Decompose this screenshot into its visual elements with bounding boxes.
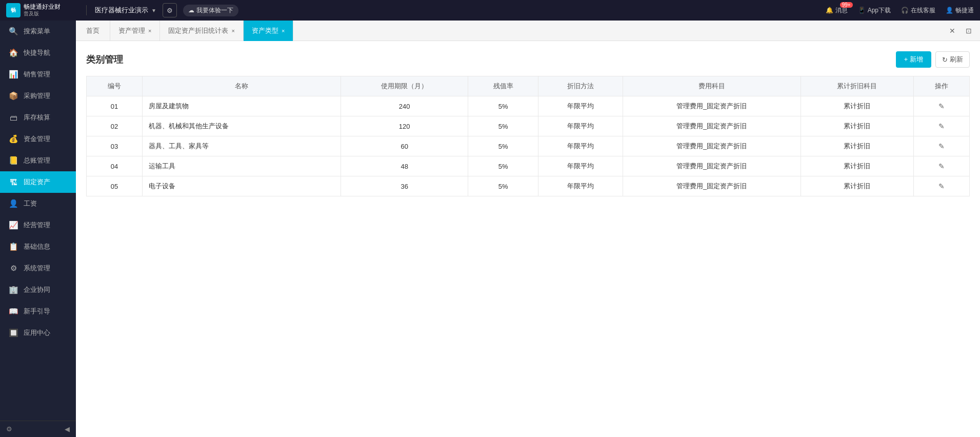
tab-close-button[interactable]: ✕	[945, 24, 959, 38]
edit-icon[interactable]: ✎	[938, 142, 945, 150]
experience-button[interactable]: ☁ 我要体验一下	[183, 5, 238, 16]
sidebar-item-search[interactable]: 🔍 搜索菜单	[0, 21, 76, 42]
guide-icon: 📖	[8, 307, 18, 316]
management-icon: 📈	[8, 221, 18, 230]
settings-icon: ⚙	[167, 7, 173, 14]
tab-bar: 首页 资产管理 × 固定资产折旧统计表 × 资产类型 × ✕ ⊡	[76, 21, 980, 41]
tab-depreciation-stat-close[interactable]: ×	[231, 28, 234, 34]
experience-text: 我要体验一下	[196, 6, 233, 15]
tab-depreciation-stat[interactable]: 固定资产折旧统计表 ×	[160, 21, 243, 41]
topbar: 畅 畅捷通好业财 普及版 医疗器械行业演示 ▼ ⚙ ☁ 我要体验一下 🔔 消息 …	[0, 0, 980, 21]
notifications-badge: 99+	[840, 2, 853, 8]
tab-home-label: 首页	[86, 26, 99, 35]
sidebar-item-inventory[interactable]: 🗃 库存核算	[0, 107, 76, 128]
col-header-useful-life: 使用期限（月）	[341, 76, 468, 96]
cell-residual-rate: 5%	[468, 136, 538, 156]
sidebar-item-fixed-assets[interactable]: 🏗 固定资产	[0, 171, 76, 193]
cell-name: 电子设备	[143, 176, 341, 196]
refresh-label: 刷新	[950, 55, 963, 64]
tab-asset-type-close[interactable]: ×	[282, 28, 285, 34]
sidebar-item-apps[interactable]: 🔲 应用中心	[0, 322, 76, 344]
sidebar-item-nav[interactable]: 🏠 快捷导航	[0, 42, 76, 64]
cell-useful-life: 36	[341, 176, 468, 196]
sidebar-item-label: 经营管理	[24, 221, 50, 230]
cell-useful-life: 120	[341, 116, 468, 136]
sidebar-settings-icon[interactable]: ⚙	[6, 425, 12, 433]
sidebar-item-payroll[interactable]: 👤 工资	[0, 193, 76, 214]
cell-depreciation-method: 年限平均	[538, 116, 623, 136]
cell-accumulated-subject: 累计折旧	[801, 116, 913, 136]
edit-icon[interactable]: ✎	[938, 182, 945, 190]
online-service-label: 在线客服	[911, 6, 935, 15]
cell-useful-life: 48	[341, 156, 468, 176]
page-actions: + 新增 ↻ 刷新	[896, 51, 970, 68]
page-content: 类别管理 + 新增 ↻ 刷新 编号 名称 使用期限（月） 残值率	[76, 41, 980, 437]
tab-asset-type-label: 资产类型	[252, 26, 278, 35]
col-header-residual-rate: 残值率	[468, 76, 538, 96]
module-selector[interactable]: 医疗器械行业演示 ▼	[91, 6, 161, 15]
basic-info-icon: 📋	[8, 242, 18, 251]
sidebar-collapse-icon[interactable]: ◀	[65, 425, 70, 433]
user-item[interactable]: 👤 畅捷通	[946, 6, 974, 15]
new-button[interactable]: + 新增	[896, 51, 931, 68]
inventory-icon: 🗃	[8, 113, 18, 122]
settings-button[interactable]: ⚙	[163, 3, 177, 17]
topbar-right: 🔔 消息 99+ 📱 App下载 🎧 在线客服 👤 畅捷通	[826, 6, 974, 15]
cell-name: 机器、机械和其他生产设备	[143, 116, 341, 136]
headset-icon: 🎧	[901, 7, 909, 14]
edit-icon[interactable]: ✎	[938, 102, 945, 110]
cell-action[interactable]: ✎	[913, 136, 969, 156]
sidebar-item-ledger[interactable]: 📒 总账管理	[0, 150, 76, 171]
apps-icon: 🔲	[8, 328, 18, 337]
app-download-item[interactable]: 📱 App下载	[858, 6, 891, 15]
cell-action[interactable]: ✎	[913, 116, 969, 136]
cell-accumulated-subject: 累计折旧	[801, 96, 913, 116]
sidebar-item-purchase[interactable]: 📦 采购管理	[0, 85, 76, 107]
tab-asset-mgmt[interactable]: 资产管理 ×	[110, 21, 160, 41]
sidebar-item-enterprise[interactable]: 🏢 企业协同	[0, 279, 76, 301]
sidebar-item-label: 固定资产	[24, 177, 50, 187]
sidebar-item-management[interactable]: 📈 经营管理	[0, 214, 76, 236]
cell-code: 04	[87, 156, 143, 176]
cell-residual-rate: 5%	[468, 156, 538, 176]
table-row: 05 电子设备 36 5% 年限平均 管理费用_固定资产折旧 累计折旧 ✎	[87, 176, 970, 196]
sidebar-item-label: 采购管理	[24, 91, 50, 101]
col-header-expense-subject: 费用科目	[623, 76, 801, 96]
tab-asset-type[interactable]: 资产类型 ×	[244, 21, 293, 41]
refresh-button[interactable]: ↻ 刷新	[935, 51, 970, 68]
edit-icon[interactable]: ✎	[938, 162, 945, 170]
cell-expense-subject: 管理费用_固定资产折旧	[623, 156, 801, 176]
logo-name: 畅捷通好业财	[24, 3, 61, 10]
module-arrow-icon: ▼	[151, 8, 156, 13]
col-header-name: 名称	[143, 76, 341, 96]
table-row: 03 器具、工具、家具等 60 5% 年限平均 管理费用_固定资产折旧 累计折旧…	[87, 136, 970, 156]
payroll-icon: 👤	[8, 199, 18, 208]
sidebar-item-guide[interactable]: 📖 新手引导	[0, 301, 76, 322]
sidebar-item-system[interactable]: ⚙ 系统管理	[0, 257, 76, 279]
cell-action[interactable]: ✎	[913, 96, 969, 116]
expand-icon: ⊡	[966, 27, 972, 35]
sidebar-item-sales[interactable]: 📊 销售管理	[0, 64, 76, 85]
cell-expense-subject: 管理费用_固定资产折旧	[623, 96, 801, 116]
sidebar-item-label: 搜索菜单	[24, 27, 50, 36]
cell-residual-rate: 5%	[468, 116, 538, 136]
tab-home[interactable]: 首页	[76, 21, 110, 41]
col-header-depreciation-method: 折旧方法	[538, 76, 623, 96]
cell-code: 01	[87, 96, 143, 116]
notifications-item[interactable]: 🔔 消息 99+	[826, 6, 848, 15]
cell-action[interactable]: ✎	[913, 156, 969, 176]
online-service-item[interactable]: 🎧 在线客服	[901, 6, 935, 15]
tab-bar-actions: ✕ ⊡	[945, 24, 980, 38]
cell-name: 运输工具	[143, 156, 341, 176]
sidebar-item-funds[interactable]: 💰 资金管理	[0, 128, 76, 150]
sidebar-item-label: 库存核算	[24, 113, 50, 122]
table-row: 01 房屋及建筑物 240 5% 年限平均 管理费用_固定资产折旧 累计折旧 ✎	[87, 96, 970, 116]
user-icon: 👤	[946, 7, 953, 14]
cell-action[interactable]: ✎	[913, 176, 969, 196]
edit-icon[interactable]: ✎	[938, 122, 945, 130]
sidebar-item-basic-info[interactable]: 📋 基础信息	[0, 236, 76, 257]
tab-expand-button[interactable]: ⊡	[962, 24, 976, 38]
tab-asset-mgmt-close[interactable]: ×	[148, 28, 151, 34]
cell-useful-life: 60	[341, 136, 468, 156]
sidebar-item-label: 资金管理	[24, 134, 50, 144]
